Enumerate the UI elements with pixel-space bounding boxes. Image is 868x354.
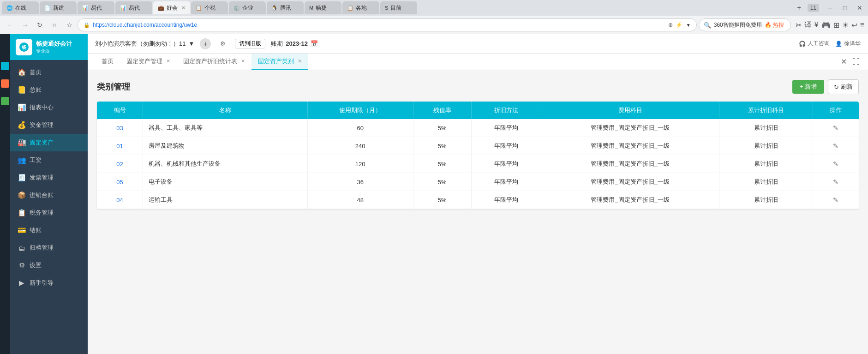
top-bar: 刘小艳演示客套（勿删勿动！）11 ▼ + ⚙ 切到旧版 账期 2023-12 📅… xyxy=(88,34,868,54)
row-4-action[interactable]: ✎ xyxy=(813,191,859,209)
browser-tab-t1[interactable]: 🌐在线 xyxy=(2,1,39,14)
page-tab-home[interactable]: 首页 xyxy=(95,54,120,70)
calendar-icon[interactable]: 📅 xyxy=(311,40,318,47)
browser-tab-t9[interactable]: M畅捷 xyxy=(305,1,341,14)
row-2-action[interactable]: ✎ xyxy=(813,155,859,173)
tab-expand-area: ✕⛶ xyxy=(840,56,861,67)
sidebar-item-tax[interactable]: 📋税务管理 xyxy=(10,204,88,222)
translate-icon[interactable]: 译 xyxy=(804,20,812,30)
add-button[interactable]: + 新增 xyxy=(792,80,824,94)
edit-icon-2[interactable]: ✎ xyxy=(833,160,838,168)
settings-btn[interactable]: ⚙ xyxy=(216,37,229,50)
page-tab-close-fixed_mgmt[interactable]: ✕ xyxy=(166,58,170,64)
add-company-btn[interactable]: + xyxy=(200,38,211,49)
browser-tab-t4[interactable]: 📊易代 xyxy=(115,1,152,14)
sidebar-item-ledger[interactable]: 📒总账 xyxy=(10,81,88,99)
browser-tabs: 🌐在线📄新建📊易代📊易代💼好会✕📋个税🏢企业🐧腾讯M畅捷📋各地S目前 + 11 … xyxy=(0,0,868,16)
page-tab-depreciation_table[interactable]: 固定资产折旧统计表✕ xyxy=(177,54,251,70)
code-link-1[interactable]: 01 xyxy=(116,143,123,150)
forward-button[interactable]: → xyxy=(18,18,31,31)
row-0-action[interactable]: ✎ xyxy=(813,119,859,137)
browser-tab-t6[interactable]: 📋个税 xyxy=(191,1,228,14)
sidebar-item-settings[interactable]: ⚙设置 xyxy=(10,257,88,274)
back-button[interactable]: ← xyxy=(4,18,17,31)
minimize-btn[interactable]: ─ xyxy=(824,1,837,14)
user-avatar-area[interactable]: 👤 徐泽华 xyxy=(835,40,861,48)
sidebar-item-fixed_assets[interactable]: 🏭固定资产 xyxy=(10,134,88,151)
sidebar-item-home[interactable]: 🏠首页 xyxy=(10,64,88,81)
nav-label-purchase_sales: 进销台账 xyxy=(30,191,54,199)
row-4-code: 04 xyxy=(97,191,143,209)
refresh-button[interactable]: ↻ 刷新 xyxy=(828,79,859,94)
row-1-name: 房屋及建筑物 xyxy=(143,137,308,155)
top-user-info: 刘小艳演示客套（勿删勿动！）11 ▼ xyxy=(95,40,194,48)
row-1-action[interactable]: ✎ xyxy=(813,137,859,155)
sidebar-item-funds[interactable]: 💰资金管理 xyxy=(10,116,88,134)
reload-button[interactable]: ↻ xyxy=(33,18,46,31)
grid-icon[interactable]: ⊞ xyxy=(833,21,839,30)
tab-label-t5: 好会 xyxy=(167,4,178,12)
browser-tab-t5[interactable]: 💼好会✕ xyxy=(153,1,190,14)
user-dropdown-arrow[interactable]: ▼ xyxy=(188,40,194,47)
menu-icon[interactable]: ≡ xyxy=(860,21,864,29)
tab-close-t5[interactable]: ✕ xyxy=(181,5,186,11)
code-link-2[interactable]: 02 xyxy=(116,161,123,168)
sidebar-item-settlement[interactable]: 💳结账 xyxy=(10,222,88,239)
code-link-4[interactable]: 04 xyxy=(116,197,123,204)
restore-btn[interactable]: □ xyxy=(838,1,851,14)
nav-label-settlement: 结账 xyxy=(30,226,42,234)
sidebar-item-guide[interactable]: ▶新手引导 xyxy=(10,274,88,292)
sidebar-item-payroll[interactable]: 👥工资 xyxy=(10,151,88,169)
browser-tab-t2[interactable]: 📄新建 xyxy=(40,1,77,14)
browser-tab-t11[interactable]: S目前 xyxy=(380,1,417,14)
browser-tab-t3[interactable]: 📊易代 xyxy=(78,1,114,14)
tab-collapse-btn[interactable]: ✕ xyxy=(840,56,848,67)
nav-label-archive: 归档管理 xyxy=(30,244,54,252)
code-link-0[interactable]: 03 xyxy=(116,125,123,132)
content-area: 类别管理 + 新增 ↻ 刷新 编号名称使用期限（月）残值率折旧方法费用科目累计折… xyxy=(88,70,868,354)
row-1-expense: 管理费用_固定资产折旧_一级 xyxy=(541,137,719,155)
browser-tab-t8[interactable]: 🐧腾讯 xyxy=(267,1,304,14)
col-header-4: 折旧方法 xyxy=(471,102,541,119)
page-tab-fixed_mgmt[interactable]: 固定资产管理✕ xyxy=(120,54,177,70)
close-btn[interactable]: ✕ xyxy=(853,1,866,14)
nav-label-reports: 报表中心 xyxy=(30,103,54,112)
edit-icon-0[interactable]: ✎ xyxy=(833,124,838,132)
tab-fullscreen-btn[interactable]: ⛶ xyxy=(851,57,861,67)
page-tab-category[interactable]: 固定资产类别✕ xyxy=(251,54,308,70)
undo-icon[interactable]: ↩ xyxy=(851,21,857,30)
consult-button[interactable]: 🎧 人工咨询 xyxy=(799,40,830,48)
sidebar-item-invoice[interactable]: 🧾发票管理 xyxy=(10,169,88,186)
brightness-icon[interactable]: ☀ xyxy=(842,21,849,30)
sidebar-item-reports[interactable]: 📊报表中心 xyxy=(10,99,88,116)
scissors-icon[interactable]: ✂ xyxy=(796,21,802,30)
browser-tab-t7[interactable]: 🏢企业 xyxy=(229,1,266,14)
new-tab-button[interactable]: + xyxy=(793,1,806,14)
table-row: 02机器、机械和其他生产设备1205%年限平均管理费用_固定资产折旧_一级累计折… xyxy=(97,155,859,173)
page-header: 类别管理 + 新增 ↻ 刷新 xyxy=(97,79,859,94)
star-button[interactable]: ☆ xyxy=(63,18,76,31)
edit-icon-1[interactable]: ✎ xyxy=(833,142,838,150)
wallet-icon[interactable]: ¥ xyxy=(814,21,819,29)
sidebar-item-archive[interactable]: 🗂归档管理 xyxy=(10,239,88,257)
sidebar-item-purchase_sales[interactable]: 📦进销台账 xyxy=(10,186,88,204)
search-bar[interactable]: 🔍 360智能抠图免费用 🔥 热搜 xyxy=(699,18,791,31)
nav-label-ledger: 总账 xyxy=(30,86,42,94)
address-bar[interactable]: 🔒 https://cloud.chanjet.com/accounting/u… xyxy=(78,18,697,31)
logo-text-container: 畅捷通好会计 专业版 xyxy=(36,40,72,54)
nav-label-home: 首页 xyxy=(30,68,42,77)
row-4-accumulated: 累计折旧 xyxy=(719,191,813,209)
row-1-period: 240 xyxy=(307,137,413,155)
page-tab-close-depreciation_table[interactable]: ✕ xyxy=(241,58,245,64)
switch-version-btn[interactable]: 切到旧版 xyxy=(235,39,265,48)
edit-icon-3[interactable]: ✎ xyxy=(833,178,838,186)
row-3-action[interactable]: ✎ xyxy=(813,173,859,191)
browser-tab-t10[interactable]: 📋各地 xyxy=(342,1,379,14)
code-link-3[interactable]: 05 xyxy=(116,179,123,186)
consult-label: 人工咨询 xyxy=(808,40,830,48)
game-icon[interactable]: 🎮 xyxy=(821,21,831,30)
page-tab-close-category[interactable]: ✕ xyxy=(298,58,302,64)
home-button[interactable]: ⌂ xyxy=(48,18,61,31)
edit-icon-4[interactable]: ✎ xyxy=(833,196,838,204)
refresh-icon: ↻ xyxy=(834,84,839,90)
